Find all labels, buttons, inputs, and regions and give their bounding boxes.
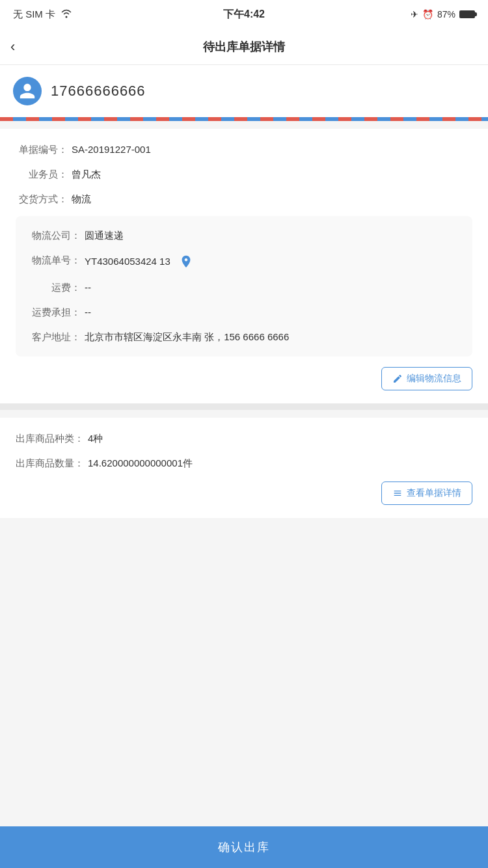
tracking-value-row: YT43064053424 13 [85, 252, 459, 271]
logistics-company-value: 圆通速递 [85, 228, 459, 243]
nav-bar: ‹ 待出库单据详情 [0, 29, 488, 65]
agent-row: 业务员： 曾凡杰 [16, 167, 472, 182]
tracking-no: YT43064053424 13 [85, 254, 170, 269]
confirm-button[interactable]: 确认出库 [0, 826, 488, 868]
view-detail-button[interactable]: 查看单据详情 [381, 481, 472, 505]
customer-phone: 17666666666 [51, 83, 146, 100]
map-pin-icon[interactable] [177, 252, 195, 271]
carrier-label: 无 SIM 卡 [13, 8, 55, 21]
address-row: 客户地址： 北京市市辖区海淀区永丰南 张，156 6666 6666 [29, 329, 459, 345]
section-divider [0, 403, 488, 410]
dashed-separator [0, 117, 488, 121]
product-type-row: 出库商品种类： 4种 [16, 431, 472, 446]
battery-percent: 87% [437, 9, 455, 20]
logistics-company-row: 物流公司： 圆通速递 [29, 228, 459, 243]
confirm-label: 确认出库 [218, 839, 270, 855]
customer-header: 17666666666 [0, 65, 488, 117]
summary-section: 出库商品种类： 4种 出库商品数量： 14.620000000000001件 查… [0, 418, 488, 518]
view-detail-btn-container: 查看单据详情 [16, 481, 472, 505]
order-no-label: 单据编号： [16, 142, 68, 157]
product-qty-value: 14.620000000000001件 [88, 455, 472, 471]
alarm-icon: ⏰ [422, 9, 433, 20]
order-no-row: 单据编号： SA-20191227-001 [16, 142, 472, 157]
freight-bear-row: 运费承担： -- [29, 305, 459, 320]
page-title: 待出库单据详情 [203, 39, 285, 55]
edit-logistics-btn-container: 编辑物流信息 [16, 367, 472, 390]
order-info-section: 单据编号： SA-20191227-001 业务员： 曾凡杰 交货方式： 物流 … [0, 129, 488, 403]
status-right: ✈ ⏰ 87% [411, 9, 475, 20]
product-qty-label: 出库商品数量： [16, 455, 84, 471]
status-time: 下午4:42 [223, 8, 265, 21]
product-type-label: 出库商品种类： [16, 431, 84, 446]
freight-bear-value: -- [85, 305, 459, 320]
wifi-icon [61, 9, 72, 20]
address-label: 客户地址： [29, 329, 81, 345]
freight-label: 运费： [29, 280, 81, 295]
tracking-row: 物流单号： YT43064053424 13 [29, 252, 459, 271]
freight-value: -- [85, 280, 459, 295]
order-no-value: SA-20191227-001 [72, 142, 472, 157]
freight-row: 运费： -- [29, 280, 459, 295]
delivery-row: 交货方式： 物流 [16, 191, 472, 207]
edit-logistics-button[interactable]: 编辑物流信息 [381, 367, 472, 390]
delivery-value: 物流 [72, 191, 472, 207]
tracking-label: 物流单号： [29, 252, 81, 268]
logistics-company-label: 物流公司： [29, 228, 81, 243]
logistics-card: 物流公司： 圆通速递 物流单号： YT43064053424 13 [16, 216, 472, 357]
back-button[interactable]: ‹ [5, 33, 20, 61]
product-qty-row: 出库商品数量： 14.620000000000001件 [16, 455, 472, 471]
address-value: 北京市市辖区海淀区永丰南 张，156 6666 6666 [85, 329, 459, 345]
status-bar: 无 SIM 卡 下午4:42 ✈ ⏰ 87% [0, 0, 488, 29]
battery-icon [459, 10, 475, 18]
agent-label: 业务员： [16, 167, 68, 182]
delivery-label: 交货方式： [16, 191, 68, 207]
freight-bear-label: 运费承担： [29, 305, 81, 320]
status-left: 无 SIM 卡 [13, 8, 72, 21]
product-type-value: 4种 [88, 431, 472, 446]
location-status-icon: ✈ [411, 9, 418, 20]
agent-value: 曾凡杰 [72, 167, 472, 182]
empty-space [0, 518, 488, 648]
edit-logistics-label: 编辑物流信息 [407, 373, 461, 385]
avatar [13, 77, 42, 105]
view-detail-label: 查看单据详情 [407, 487, 461, 499]
